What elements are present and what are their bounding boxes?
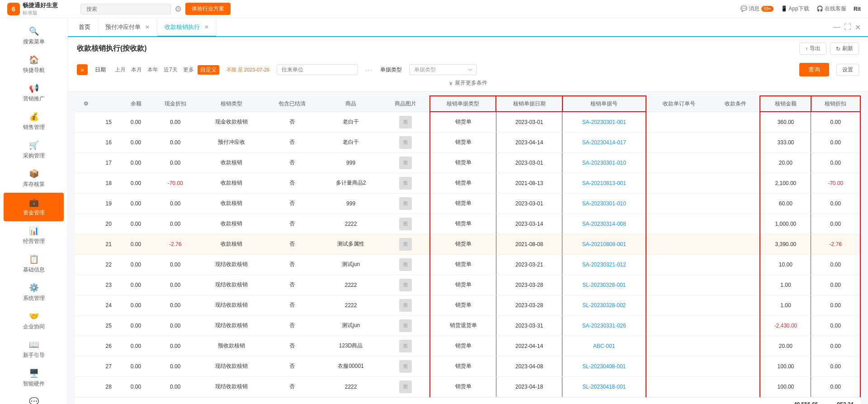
- date-buttons: 上月 本月 本年 近7天 更多 自定义: [113, 65, 219, 75]
- td-cash-discount: 0.00: [151, 152, 199, 173]
- td-receipt-order-no: [646, 112, 712, 132]
- top-bar: 6 畅捷通好生意 标准版 ⚙ 体验行业方案 💬 消息 99+ 📱 App下载 🎧…: [0, 0, 868, 18]
- expand-more-btn[interactable]: ∨ 展开更多条件: [449, 79, 487, 87]
- sidebar-label-basic: 基础信息: [23, 266, 45, 274]
- td-doc-report-no[interactable]: ABC-001: [562, 336, 646, 356]
- query-btn[interactable]: 查询: [799, 63, 829, 76]
- sidebar-item-guide[interactable]: 📖 新手引导: [0, 335, 67, 364]
- doc-report-no-link[interactable]: SL-20230328-002: [582, 302, 626, 309]
- td-cash-discount: 0.00: [151, 275, 199, 295]
- doc-report-no-link[interactable]: SA-20230414-017: [582, 139, 626, 146]
- sidebar-item-sales[interactable]: 💰 销售管理: [0, 107, 67, 136]
- td-receipt-cond: [712, 234, 760, 254]
- td-doc-report-no[interactable]: SL-20230328-001: [562, 275, 646, 295]
- filter-expand-btn[interactable]: »: [77, 64, 88, 75]
- sidebar-item-search[interactable]: 🔍 搜索菜单: [0, 22, 67, 50]
- tab-receipt[interactable]: 收款核销执行 ✕: [157, 18, 217, 37]
- tab-prepay-close[interactable]: ✕: [145, 24, 150, 30]
- td-writeoff-discount: -70.00: [811, 173, 860, 193]
- sidebar-label-marketing: 营销推广: [23, 95, 45, 103]
- tab-receipt-close[interactable]: ✕: [204, 24, 209, 30]
- tab-prepay[interactable]: 预付冲应付单 ✕: [98, 18, 157, 37]
- doc-report-no-link[interactable]: SA-20230314-008: [582, 221, 626, 227]
- td-doc-report-no[interactable]: SL-20230408-001: [562, 356, 646, 376]
- counterpart-input[interactable]: [277, 64, 358, 75]
- refresh-btn[interactable]: ↻ 刷新: [830, 43, 859, 55]
- page-title: 收款核销执行(按收款): [77, 44, 147, 53]
- td-product-img: 图: [382, 315, 430, 336]
- doc-report-no-link[interactable]: SA-20230321-012: [582, 261, 626, 268]
- date-more[interactable]: 更多: [181, 65, 196, 75]
- sidebar-item-system[interactable]: ⚙️ 系统管理: [0, 278, 67, 307]
- tab-home[interactable]: 首页: [71, 18, 98, 37]
- date-7days[interactable]: 近7天: [162, 65, 179, 75]
- td-include-cleared: 否: [264, 356, 321, 376]
- online-service[interactable]: 🎧 在线客服: [816, 5, 846, 13]
- doc-report-no-link[interactable]: SL-20230418-001: [582, 384, 626, 390]
- td-doc-report-no[interactable]: SA-20230414-017: [562, 132, 646, 152]
- doc-report-no-link[interactable]: SL-20230328-001: [582, 282, 626, 288]
- td-writeoff-amount: 2,100.00: [760, 173, 811, 193]
- td-writeoff-discount: 0.00: [811, 336, 860, 356]
- industry-btn[interactable]: 体验行业方案: [185, 3, 231, 15]
- sidebar-item-wechat[interactable]: 💬 企业微信: [0, 392, 67, 404]
- td-doc-report-no[interactable]: SA-20230301-001: [562, 112, 646, 132]
- td-product: 衣服00001: [321, 356, 382, 376]
- layout: 🔍 搜索菜单 🏠 快捷导航 📢 营销推广 💰 销售管理 🛒 采购管理 📦 库存核…: [0, 18, 868, 404]
- sidebar-item-purchase[interactable]: 🛒 采购管理: [0, 136, 67, 164]
- doc-report-no-link[interactable]: ABC-001: [593, 343, 615, 349]
- td-product-img: 图: [382, 112, 430, 132]
- th-settings[interactable]: ⚙: [75, 96, 97, 112]
- message-icon[interactable]: 💬 消息 99+: [741, 5, 774, 13]
- tab-minimize-btn[interactable]: —: [833, 23, 840, 31]
- settings-icon[interactable]: ⚙: [175, 4, 182, 14]
- tab-actions: — ⛶ ✕: [833, 23, 864, 32]
- doc-report-no-link[interactable]: SA-20230301-010: [582, 200, 626, 207]
- doc-report-no-link[interactable]: SA-20230331-026: [582, 323, 626, 329]
- sidebar-item-basic[interactable]: 📋 基础信息: [0, 250, 67, 278]
- export-btn[interactable]: ↑ 导出: [799, 43, 826, 55]
- table-scroll[interactable]: ⚙ 余额 现金折扣 核销类型 包含已结清 商品 商品图片 核销单据类型 核销单据…: [75, 95, 861, 397]
- td-doc-report-no[interactable]: SA-20230301-010: [562, 152, 646, 173]
- sidebar-item-shortcut[interactable]: 🏠 快捷导航: [0, 50, 67, 79]
- doc-report-no-link[interactable]: SA-20210813-001: [582, 180, 626, 186]
- sidebar-item-inventory[interactable]: 📦 库存核算: [0, 164, 67, 193]
- td-doc-report-no[interactable]: SA-20230314-008: [562, 214, 646, 234]
- doc-report-no-link[interactable]: SL-20230408-001: [582, 363, 626, 370]
- td-seq: 19: [97, 193, 120, 214]
- date-custom[interactable]: 自定义: [198, 65, 219, 75]
- td-seq: 24: [97, 295, 120, 315]
- td-doc-report-no[interactable]: SL-20230328-002: [562, 295, 646, 315]
- doc-report-no-link[interactable]: SA-20230301-010: [582, 160, 626, 166]
- sidebar-item-collab[interactable]: 🤝 企业协同: [0, 307, 67, 335]
- td-doc-report-no[interactable]: SA-20210808-001: [562, 234, 646, 254]
- td-receipt-order-no: [646, 152, 712, 173]
- td-doc-report-no[interactable]: SA-20230331-026: [562, 315, 646, 336]
- sidebar-item-smart[interactable]: 🖥️ 智能硬件: [0, 364, 67, 392]
- sidebar-item-business[interactable]: 📊 经营管理: [0, 221, 67, 250]
- td-writeoff-type: 预付冲应收: [199, 132, 264, 152]
- date-this-year[interactable]: 本年: [146, 65, 160, 75]
- td-include-cleared: 否: [264, 315, 321, 336]
- doc-report-no-link[interactable]: SA-20230301-001: [582, 119, 626, 125]
- td-seq: 17: [97, 152, 120, 173]
- doc-type-select[interactable]: 单据类型: [409, 64, 477, 75]
- setting-btn[interactable]: 设置: [836, 64, 859, 76]
- tab-close-all-btn[interactable]: ✕: [855, 23, 861, 32]
- td-doc-report-no[interactable]: SA-20230301-010: [562, 193, 646, 214]
- footer-total-amount: 40,556,66...: [794, 401, 822, 404]
- app-download[interactable]: 📱 App下载: [781, 5, 809, 13]
- top-search-input[interactable]: [80, 4, 171, 14]
- sidebar-item-marketing[interactable]: 📢 营销推广: [0, 79, 67, 107]
- td-receipt-order-no: [646, 234, 712, 254]
- sidebar-item-finance[interactable]: 💼 资金管理: [4, 193, 64, 221]
- td-doc-report-no[interactable]: SA-20210813-001: [562, 173, 646, 193]
- td-doc-report-no[interactable]: SL-20230418-001: [562, 376, 646, 397]
- td-receipt-order-no: [646, 336, 712, 356]
- date-this-month[interactable]: 本月: [129, 65, 144, 75]
- doc-report-no-link[interactable]: SA-20210808-001: [582, 241, 626, 247]
- td-doc-report-no[interactable]: SA-20230321-012: [562, 254, 646, 275]
- tab-fullscreen-btn[interactable]: ⛶: [844, 23, 851, 31]
- date-last-month[interactable]: 上月: [113, 65, 127, 75]
- td-doc-report-type: 销货单: [430, 112, 496, 132]
